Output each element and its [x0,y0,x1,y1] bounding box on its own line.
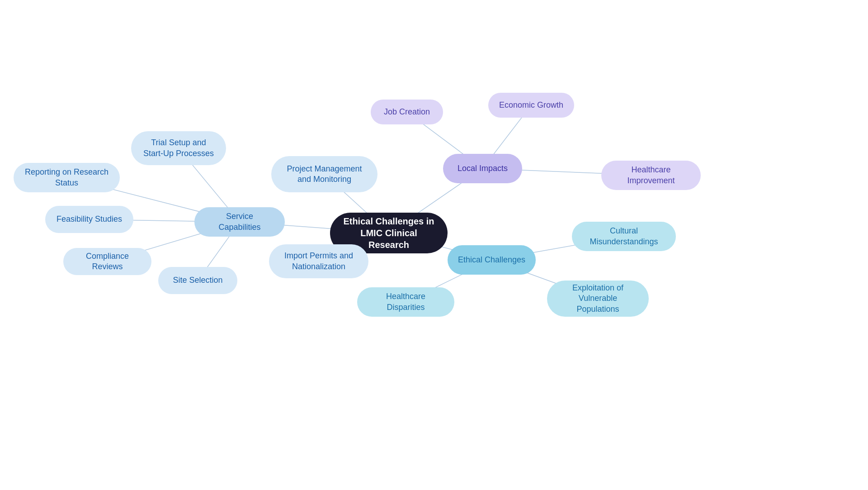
compliance-node[interactable]: Compliance Reviews [63,248,151,275]
cultural-misunderstandings-node[interactable]: Cultural Misunderstandings [572,222,676,251]
site-selection-node[interactable]: Site Selection [158,267,237,294]
ethical-challenges-node[interactable]: Ethical Challenges [448,245,536,275]
trial-setup-node[interactable]: Trial Setup and Start-Up Processes [131,131,226,165]
job-creation-node[interactable]: Job Creation [371,100,443,124]
healthcare-disparities-node[interactable]: Healthcare Disparities [357,287,454,317]
reporting-node[interactable]: Reporting on Research Status [14,163,120,192]
project-mgmt-node[interactable]: Project Management and Monitoring [271,156,377,192]
economic-growth-node[interactable]: Economic Growth [488,93,574,118]
healthcare-improvement-node[interactable]: Healthcare Improvement [601,161,701,190]
exploitation-node[interactable]: Exploitation of Vulnerable Populations [547,281,649,317]
import-permits-node[interactable]: Import Permits and Nationalization [269,244,368,278]
service-capabilities-node[interactable]: Service Capabilities [194,207,285,237]
local-impacts-node[interactable]: Local Impacts [443,154,522,183]
feasibility-node[interactable]: Feasibility Studies [45,206,133,233]
